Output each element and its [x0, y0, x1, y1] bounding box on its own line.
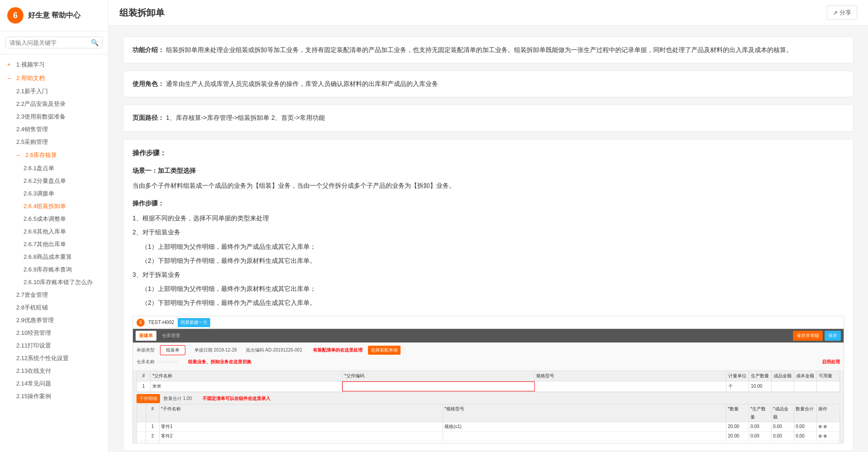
- sidebar-item-transfer[interactable]: 2.6.3调拨单: [0, 187, 108, 200]
- sidebar: 6 好生意 帮助中心 🔍 + 1.视频学习 − 2.帮助文档 2.1新手入门 2…: [0, 0, 108, 452]
- nav-tree: + 1.视频学习 − 2.帮助文档 2.1新手入门 2.2产品安装及登录 2.3…: [0, 54, 108, 406]
- step3-sub1: （1）上部明细为父件明细，最终作为原材料生成其它出库单；: [132, 283, 844, 295]
- ss-topbar: 6 TEST-H002 同屏新建一方: [133, 316, 844, 329]
- collapse-icon: −: [7, 75, 14, 82]
- sidebar-item-ledger-query[interactable]: 2.6.9库存账本查询: [0, 263, 108, 276]
- ops-title: 操作步骤：: [132, 147, 844, 159]
- page-title: 组装拆卸单: [119, 7, 165, 19]
- app-name: 好生意 帮助中心: [28, 11, 80, 20]
- ss-form: 单据类型 组装单 单据日期 2019-12-28 批次编码 AD-2019122…: [133, 343, 844, 371]
- step1: 1、根据不同的业务，选择不同单据的类型来处理: [132, 213, 844, 224]
- sidebar-item-ops[interactable]: 2.10经营管理: [0, 327, 108, 339]
- annotation4: 启用处理: [822, 358, 840, 366]
- sidebar-item-install[interactable]: 2.2产品安装及登录: [0, 98, 108, 110]
- sidebar-item-ledger-fix[interactable]: 2.6.10库存账本错了怎么办: [0, 276, 108, 289]
- role-label: 使用角色：: [132, 80, 164, 87]
- sidebar-item-assembly[interactable]: 2.6.4组装拆卸单: [0, 200, 108, 213]
- sidebar-item-newbie[interactable]: 2.1新手入门: [0, 85, 108, 98]
- sidebar-item-sales[interactable]: 2.4销售管理: [0, 123, 108, 136]
- sidebar-item-other-inbound[interactable]: 2.6.6其他入库单: [0, 225, 108, 238]
- ss-table-lower: # *子件名称 *规格型号 *数量 *生产数量 *成品金额 数量合计 操作 1: [137, 404, 840, 443]
- sidebar-item-data-prep[interactable]: 2.3使用前数据准备: [0, 110, 108, 123]
- role-text: 通常由生产人员或库管人员完成拆装业务的操作，库管人员确认原材料的出库和产成品的入…: [166, 80, 438, 87]
- share-icon: ↗: [833, 10, 838, 16]
- sidebar-item-docs[interactable]: − 2.帮助文档: [0, 71, 108, 85]
- sidebar-item-print[interactable]: 2.11打印设置: [0, 339, 108, 352]
- func-intro-block: 功能介绍： 组装拆卸单用来处理企业组装或拆卸等加工业务，支持有固定装配清单的产品…: [123, 37, 854, 63]
- search-input[interactable]: [9, 39, 91, 46]
- func-intro-label: 功能介绍：: [132, 46, 164, 53]
- sidebar-item-other-outbound[interactable]: 2.6.7其他出库单: [0, 238, 108, 251]
- func-intro-text: 组装拆卸单用来处理企业组装或拆卸等加工业务，支持有固定装配清单的产品加工业务，也…: [166, 46, 793, 53]
- sidebar-item-inventory[interactable]: − 2.6库存核算: [0, 148, 108, 162]
- screenshot-container: 6 TEST-H002 同屏新建一方 新建单 仓库管理 保存并审核 保存: [132, 316, 844, 443]
- annotation3: 组装业务、拆卸业务在这里切换: [188, 358, 251, 366]
- sidebar-item-purchase[interactable]: 2.5采购管理: [0, 136, 108, 148]
- expand-icon: +: [7, 62, 14, 68]
- sidebar-item-video[interactable]: + 1.视频学习: [0, 58, 108, 71]
- sidebar-item-finance[interactable]: 2.7资金管理: [0, 289, 108, 301]
- ops-title2: 操作步骤：: [132, 198, 844, 209]
- path-block: 页面路径： 1、库存核算->库存管理->组装拆卸单 2、首页->常用功能: [123, 105, 854, 131]
- sidebar-item-stocktake[interactable]: 2.6.1盘点单: [0, 162, 108, 175]
- step2-sub1: （1）上部明细为父件明细，最终作为产成品生成其它入库单；: [132, 241, 844, 252]
- annotation5: 不固定清单可以在组件在这里录入: [203, 395, 270, 403]
- sidebar-item-cost-adjust[interactable]: 2.6.5成本调整单: [0, 213, 108, 225]
- sidebar-item-faq[interactable]: 2.14常见问题: [0, 377, 108, 390]
- path-text: 1、库存核算->库存管理->组装拆卸单 2、首页->常用功能: [166, 114, 325, 121]
- sidebar-item-cost-recalc[interactable]: 2.6.8商品成本重算: [0, 251, 108, 263]
- scene-desc: 当由多个子件材料组装成一个成品的业务为【组装】业务，当由一个父件拆分成多个子产品…: [132, 180, 844, 191]
- ss-nav: 新建单 仓库管理 保存并审核 保存: [133, 329, 844, 343]
- content-area: 功能介绍： 组装拆卸单用来处理企业组装或拆卸等加工业务，支持有固定装配清单的产品…: [108, 26, 868, 452]
- search-box[interactable]: 🔍: [5, 37, 103, 48]
- share-button[interactable]: ↗ 分享: [827, 5, 857, 20]
- role-block: 使用角色： 通常由生产人员或库管人员完成拆装业务的操作，库管人员确认原材料的出库…: [123, 71, 854, 97]
- step2: 2、对于组装业务: [132, 227, 844, 238]
- ops-block: 操作步骤： 场景一：加工类型选择 当由多个子件材料组装成一个成品的业务为【组装】…: [123, 139, 854, 452]
- sidebar-item-online-pay[interactable]: 2.13在线支付: [0, 365, 108, 377]
- step2-sub2: （2）下部明细为子件明细，最终作为原材料生成其它出库单。: [132, 255, 844, 266]
- screenshot-image: 6 TEST-H002 同屏新建一方 新建单 仓库管理 保存并审核 保存: [133, 316, 844, 443]
- search-icon[interactable]: 🔍: [91, 39, 99, 46]
- step3: 3、对于拆装业务: [132, 269, 844, 281]
- main-area: 组装拆卸单 ↗ 分享 功能介绍： 组装拆卸单用来处理企业组装或拆卸等加工业务，支…: [108, 0, 868, 452]
- path-label: 页面路径：: [132, 114, 164, 121]
- logo-icon: 6: [7, 7, 24, 24]
- scene-title: 场景一：加工类型选择: [132, 165, 844, 176]
- sidebar-item-coupon[interactable]: 2.9优惠券管理: [0, 314, 108, 327]
- ss-table-upper: # *父件名称 *父件编码 规格型号 计量单位 生产数量 成品金额 成本金额 可…: [137, 371, 840, 392]
- annotation1: 有装配清单的在这里处理: [313, 346, 363, 354]
- search-area: 🔍: [0, 31, 108, 54]
- collapse-icon-2: −: [16, 152, 23, 159]
- sidebar-item-mobile[interactable]: 2.8手机旺铺: [0, 301, 108, 314]
- sidebar-item-partial-stocktake[interactable]: 2.6.2分量盘点单: [0, 175, 108, 187]
- step3-sub2: （2）下部明细为子件明细，最终作为产成品生成其它入库单。: [132, 297, 844, 309]
- ss-logo: 6: [137, 319, 145, 327]
- sidebar-item-settings[interactable]: 2.12系统个性化设置: [0, 352, 108, 365]
- top-header: 组装拆卸单 ↗ 分享: [108, 0, 868, 26]
- logo-area: 6 好生意 帮助中心: [0, 0, 108, 31]
- sidebar-item-cases[interactable]: 2.15操作案例: [0, 390, 108, 403]
